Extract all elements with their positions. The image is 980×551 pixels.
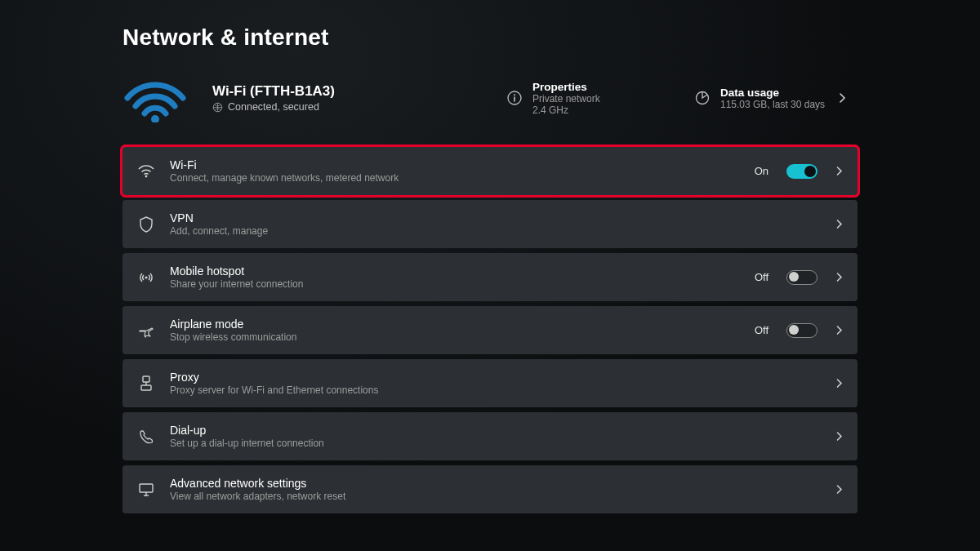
chevron-right-icon [835, 325, 843, 335]
phone-icon [137, 428, 155, 446]
pie-chart-icon [694, 90, 710, 106]
vpn-title: VPN [170, 211, 821, 224]
svg-rect-10 [140, 484, 153, 492]
chevron-right-icon [835, 378, 843, 389]
dialup-row[interactable]: Dial-up Set up a dial-up internet connec… [122, 412, 858, 460]
svg-point-0 [151, 115, 159, 122]
chevron-right-icon [835, 484, 843, 495]
properties-label: Properties [532, 81, 600, 93]
monitor-icon [137, 481, 155, 499]
airplane-sub: Stop wireless communication [170, 331, 740, 343]
connection-info: Wi-Fi (FTTH-B1A3) Connected, secured [212, 83, 400, 113]
dialup-sub: Set up a dial-up internet connection [170, 438, 821, 449]
advanced-row[interactable]: Advanced network settings View all netwo… [122, 465, 858, 513]
dialup-title: Dial-up [170, 424, 821, 437]
properties-line2: 2.4 GHz [532, 104, 600, 116]
svg-rect-8 [143, 376, 149, 382]
data-usage-label: Data usage [720, 87, 825, 99]
hotspot-title: Mobile hotspot [170, 264, 740, 278]
data-usage-button[interactable]: Data usage 115.03 GB, last 30 days [694, 87, 858, 110]
vpn-row[interactable]: VPN Add, connect, manage [122, 200, 858, 248]
chevron-right-icon [838, 92, 846, 104]
airplane-icon [137, 322, 155, 340]
proxy-icon [137, 375, 155, 393]
airplane-state: Off [755, 324, 768, 336]
hotspot-row[interactable]: Mobile hotspot Share your internet conne… [122, 253, 858, 301]
wifi-toggle[interactable] [786, 164, 817, 179]
wifi-state: On [755, 165, 768, 177]
advanced-title: Advanced network settings [170, 477, 821, 490]
hotspot-sub: Share your internet connection [170, 278, 740, 290]
chevron-right-icon [835, 219, 843, 229]
wifi-icon [137, 162, 155, 180]
hotspot-icon [137, 269, 155, 287]
chevron-right-icon [835, 431, 843, 442]
advanced-sub: View all network adapters, network reset [170, 491, 821, 502]
proxy-title: Proxy [170, 371, 821, 384]
airplane-toggle[interactable] [786, 323, 817, 338]
wifi-title: Wi-Fi [170, 158, 740, 171]
shield-icon [137, 216, 155, 233]
svg-rect-9 [141, 385, 151, 390]
properties-button[interactable]: Properties Private network 2.4 GHz [506, 81, 670, 116]
connection-status: Connected, secured [228, 101, 319, 113]
hotspot-toggle[interactable] [786, 270, 817, 285]
page-title: Network & internet [122, 24, 858, 51]
svg-point-3 [514, 94, 515, 96]
airplane-row[interactable]: Airplane mode Stop wireless communicatio… [122, 306, 858, 354]
wifi-row[interactable]: Wi-Fi Connect, manage known networks, me… [122, 147, 858, 195]
globe-icon [212, 102, 223, 113]
svg-point-7 [145, 276, 147, 278]
svg-point-6 [145, 175, 148, 177]
chevron-right-icon [835, 272, 843, 282]
connection-name: Wi-Fi (FTTH-B1A3) [212, 83, 400, 100]
settings-list: Wi-Fi Connect, manage known networks, me… [122, 147, 858, 513]
status-row: Wi-Fi (FTTH-B1A3) Connected, secured Pro… [122, 73, 858, 122]
info-icon [506, 90, 523, 106]
hotspot-state: Off [755, 271, 768, 283]
proxy-sub: Proxy server for Wi-Fi and Ethernet conn… [170, 384, 821, 396]
svg-rect-4 [514, 97, 515, 102]
chevron-right-icon [835, 166, 843, 176]
vpn-sub: Add, connect, manage [170, 225, 821, 237]
proxy-row[interactable]: Proxy Proxy server for Wi-Fi and Etherne… [122, 359, 858, 407]
properties-line1: Private network [532, 93, 600, 104]
wifi-signal-icon [122, 73, 188, 122]
data-usage-line1: 115.03 GB, last 30 days [720, 99, 825, 110]
settings-page: Network & internet Wi-Fi (FTTH-B1A3) Con… [0, 0, 980, 530]
wifi-sub: Connect, manage known networks, metered … [170, 172, 740, 184]
airplane-title: Airplane mode [170, 318, 740, 331]
